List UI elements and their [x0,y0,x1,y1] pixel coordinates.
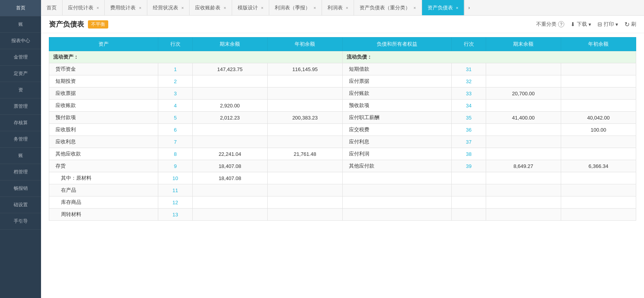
table-row[interactable]: 其中：原材料 10 18,407.08 [49,172,636,184]
download-action[interactable]: ⬇ 下载 ▾ [571,21,591,28]
tab-expense-stats[interactable]: 费用统计表 × [105,0,147,16]
tab-close-profit[interactable]: × [346,5,348,10]
liability-name: 应付票据 [342,75,451,87]
download-chevron-icon: ▾ [589,21,591,27]
liability-name: 应交税费 [342,124,451,136]
period-end-right [486,209,561,221]
row-num-right [452,209,486,221]
period-end-right [486,148,561,160]
row-num-left: 2 [158,75,192,87]
year-start-right [561,75,636,87]
row-num-right: 35 [452,112,486,124]
year-start-left [267,184,342,196]
header-actions: 不重分类 ? ⬇ 下载 ▾ ⊟ 打印 ▾ ↻ 刷 [536,21,636,28]
tab-receivable-aging[interactable]: 应收账龄表 × [190,0,232,16]
col-year-start-left: 年初余额 [267,37,342,51]
period-end-left [192,87,267,100]
asset-name: 在产品 [49,184,158,196]
year-start-left: 21,761.48 [267,148,342,160]
sidebar-item-account[interactable]: 账 [0,16,41,33]
table-row[interactable]: 货币资金 1 147,423.75 116,145.95 短期借款 31 [49,63,636,75]
sidebar-item-tax[interactable]: 务管理 [0,131,41,148]
row-num-left: 12 [158,196,192,209]
table-row[interactable]: 存货 9 18,407.08 其他应付款 39 8,649.27 6,366.3… [49,160,636,172]
asset-name: 库存商品 [49,196,158,209]
year-start-left [267,87,342,100]
col-liability: 负债和所有者权益 [342,37,451,51]
year-start-right [561,136,636,148]
table-row[interactable]: 周转材料 13 [49,209,636,221]
sidebar-item-settings[interactable]: 础设置 [0,197,41,213]
year-start-left: 116,145.95 [267,63,342,75]
asset-name: 应收票据 [49,87,158,100]
sidebar-item-archive[interactable]: 档管理 [0,164,41,180]
sidebar-item-cash[interactable]: 金管理 [0,49,41,66]
table-row[interactable]: 短期投资 2 应付票据 32 [49,75,636,87]
sidebar: 首页 账 报表中心 金管理 定资产 资 票管理 存核算 务管理 账 档管理 畅报… [0,0,41,298]
col-year-start-right: 年初余额 [561,37,636,51]
table-row[interactable]: 应收利息 7 应付利息 37 [49,136,636,148]
table-row[interactable]: 应收股利 6 应交税费 36 100.00 [49,124,636,136]
sidebar-item-guide[interactable]: 手引导 [0,213,41,230]
sidebar-item-expense[interactable]: 畅报销 [0,180,41,197]
period-end-right [486,124,561,136]
sidebar-item-home[interactable]: 首页 [0,0,41,16]
table-row[interactable]: 预付款项 5 2,012.23 200,383.23 应付职工薪酬 35 41,… [49,112,636,124]
period-end-left: 2,012.23 [192,112,267,124]
refresh-action[interactable]: ↻ 刷 [624,21,636,28]
tab-home[interactable]: 首页 [41,0,63,16]
tab-close-payable-stats[interactable]: × [97,5,99,10]
year-start-left [267,136,342,148]
row-num-left: 10 [158,172,192,184]
year-start-right [561,196,636,209]
tab-operation[interactable]: 经营状况表 × [147,0,190,16]
row-num-left: 8 [158,148,192,160]
asset-name: 其中：原材料 [49,172,158,184]
tab-close-template-design[interactable]: × [261,5,263,10]
period-end-right: 8,649.27 [486,160,561,172]
tab-next-arrow[interactable]: › [464,0,474,16]
liability-name [342,172,451,184]
table-row[interactable]: 在产品 11 [49,184,636,196]
sidebar-item-inventory[interactable]: 存核算 [0,115,41,131]
sidebar-item-investment[interactable]: 资 [0,82,41,98]
liability-name [342,196,451,209]
main-content: 首页 应付统计表 × 费用统计表 × 经营状况表 × 应收账龄表 × 模版设计 … [41,0,644,298]
row-num-left: 5 [158,112,192,124]
tab-close-balance[interactable]: × [456,5,458,10]
tab-close-expense-stats[interactable]: × [139,5,141,10]
sidebar-item-book[interactable]: 账 [0,148,41,164]
sidebar-item-report[interactable]: 报表中心 [0,33,41,49]
help-icon: ? [558,21,564,27]
table-row[interactable]: 其他应收款 8 22,241.04 21,761.48 应付利润 38 [49,148,636,160]
row-num-left: 6 [158,124,192,136]
print-action[interactable]: ⊟ 打印 ▾ [597,21,618,28]
tab-profit-quarterly[interactable]: 利润表（季报） × [269,0,322,16]
period-end-right [486,63,561,75]
tab-balance[interactable]: 资产负债表 × [422,0,464,16]
tab-template-design[interactable]: 模版设计 × [232,0,269,16]
tab-close-balance-reclassified[interactable]: × [413,5,416,10]
tab-close-profit-quarterly[interactable]: × [313,5,316,10]
sidebar-item-ticket[interactable]: 票管理 [0,98,41,115]
tab-close-receivable-aging[interactable]: × [224,5,226,10]
tab-profit[interactable]: 利润表 × [322,0,354,16]
liability-name: 预收款项 [342,100,451,112]
year-start-left [267,209,342,221]
sidebar-item-fixed-assets[interactable]: 定资产 [0,66,41,82]
table-row[interactable]: 库存商品 12 [49,196,636,209]
asset-name: 预付款项 [49,112,158,124]
row-num-right [452,172,486,184]
row-num-left: 1 [158,63,192,75]
table-row[interactable]: 应收账款 4 2,920.00 预收款项 34 [49,100,636,112]
table-row[interactable]: 应收票据 3 应付账款 33 20,700.00 [49,87,636,100]
tab-close-operation[interactable]: × [181,5,184,10]
asset-name: 应收账款 [49,100,158,112]
col-period-end-right: 期末余额 [486,37,561,51]
classify-action[interactable]: 不重分类 ? [536,21,564,28]
period-end-left [192,136,267,148]
tab-balance-reclassified[interactable]: 资产负债表（重分类） × [354,0,422,16]
tab-payable-stats[interactable]: 应付统计表 × [63,0,105,16]
col-period-end-left: 期末余额 [192,37,267,51]
row-num-right [452,196,486,209]
